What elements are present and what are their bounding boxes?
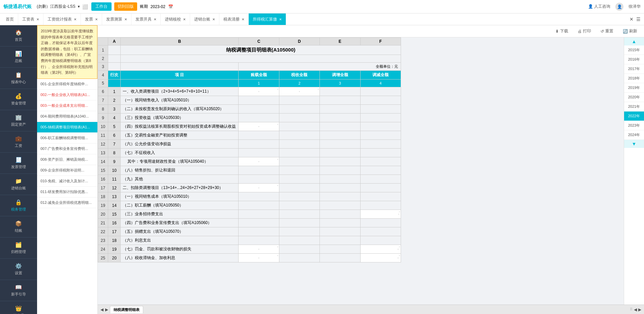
tab-invoice-close[interactable]: ✕ xyxy=(95,18,98,21)
user-name[interactable]: 徐泽华 xyxy=(628,4,641,9)
reset-button[interactable]: ↺ 重置 xyxy=(598,27,616,35)
tab-invoice-open[interactable]: 发票开具 ✕ xyxy=(131,13,161,25)
tab-inout-check[interactable]: 进销核校 ✕ xyxy=(161,13,190,25)
year-2015[interactable]: 2015年 xyxy=(624,45,644,55)
year-2016[interactable]: 2016年 xyxy=(624,55,644,64)
old-version-button[interactable]: 切到旧版 xyxy=(114,2,137,11)
tab-tax-annual[interactable]: 所得税汇算缴 ✕ xyxy=(249,13,286,25)
company-dropdown-icon[interactable]: ▼ xyxy=(77,5,81,8)
left-panel-item-003[interactable]: 003-一般企业成本支出明细... xyxy=(37,100,97,111)
sidebar-item-asset[interactable]: 🏢 固定资产 xyxy=(0,110,37,131)
left-panel-item-006[interactable]: 006-职工薪酬纳税调整明细... xyxy=(37,133,97,144)
warning-box: 2019年度涉及取以前年度继续数据的申报表单元格需要手工维护正确，才能保证本年及… xyxy=(37,25,97,79)
worktable-button[interactable]: 工作台 xyxy=(91,2,112,11)
left-panel-item-012[interactable]: 012-减免企业所得税优惠明细... xyxy=(37,197,97,208)
tab-menu-icon[interactable]: ☰ xyxy=(636,17,641,22)
sidebar-item-settings[interactable]: ⚙️ 设置 xyxy=(0,259,37,280)
sidebar-item-archive[interactable]: 🗂️ 归档管理 xyxy=(0,238,37,259)
sidebar-item-guide[interactable]: 📖 新手引导 xyxy=(0,280,37,301)
sidebar-item-asset-label: 固定资产 xyxy=(11,122,26,127)
bottom-bar: ◀ ▶ 纳税调整明细表 ⠿ ◀ ▶ xyxy=(98,305,644,314)
support-button[interactable]: 👤 人工咨询 xyxy=(588,4,610,9)
refresh-button[interactable]: 🔄 刷新 xyxy=(620,27,640,35)
table-row: 14 9 其中：专项用途财政性资金（填写A105040） * xyxy=(98,157,401,166)
sidebar: 🏠 首页 📊 总账 📋 报表中心 💰 资金管理 🏢 固定资产 💼 工资 🧾 发票… xyxy=(0,25,37,314)
tab-tax-list-close[interactable]: ✕ xyxy=(242,18,244,21)
tab-home[interactable]: 首页 xyxy=(2,13,18,25)
left-panel-item-005[interactable]: 005-纳税调整项目明细表(A1... xyxy=(37,122,97,133)
right-panel: ⬇ 下载 🖨 打印 ↺ 重置 🔄 刷新 xyxy=(98,25,644,314)
sidebar-item-report[interactable]: 📋 报表中心 xyxy=(0,68,37,89)
period-calendar-icon[interactable]: 📅 xyxy=(168,4,173,9)
refresh-label: 刷新 xyxy=(629,28,637,34)
sidebar-item-ledger[interactable]: 📊 总账 xyxy=(0,46,37,68)
top-bar: 畅捷通易代账 (勿删）江西股金-LSS ▼ ⬜ 工作台 切到旧版 账期 2023… xyxy=(0,0,644,13)
tab-salary-close[interactable]: ✕ xyxy=(36,18,39,21)
sheet-nav-right[interactable]: ▶ xyxy=(105,307,108,312)
left-panel-item-001[interactable]: 001-企业所得税年度纳税申... xyxy=(37,79,97,90)
sheet-nav-left[interactable]: ◀ xyxy=(100,307,103,312)
scroll-right-icon[interactable]: ▶ xyxy=(638,307,641,312)
sidebar-item-inout-ledger[interactable]: 📁 进销台账 xyxy=(0,174,37,195)
sidebar-item-close-accounts[interactable]: 📦 结账 xyxy=(0,216,37,238)
year-2017[interactable]: 2017年 xyxy=(624,64,644,74)
tab-salary[interactable]: 工资表 ✕ xyxy=(18,13,43,25)
tab-tax-list[interactable]: 税表清册 ✕ xyxy=(219,13,249,25)
tab-salary-report[interactable]: 工资统计报表 ✕ xyxy=(43,13,81,25)
refresh-icon: 🔄 xyxy=(623,29,628,34)
year-2024[interactable]: 2024年 xyxy=(624,130,644,140)
left-panel-item-008[interactable]: 008-资产折旧、摊销及纳税... xyxy=(37,154,97,165)
table-row: 24 19 （七）罚金、罚款和被没收财物的损失 * * xyxy=(98,245,401,254)
print-button[interactable]: 🖨 打印 xyxy=(575,27,594,35)
tab-inout-check-close[interactable]: ✕ xyxy=(183,18,186,21)
left-panel-item-009[interactable]: 009-企业所得税附补说明... xyxy=(37,165,97,176)
left-panel-item-010[interactable]: 010-免税、减计收入及加计... xyxy=(37,176,97,187)
tab-invoice-open-close[interactable]: ✕ xyxy=(154,18,156,21)
scroll-left-icon[interactable]: ◀ xyxy=(634,307,637,312)
tab-tax-annual-close[interactable]: ✕ xyxy=(279,18,282,21)
sidebar-item-invoice-mgmt[interactable]: 🧾 发票管理 xyxy=(0,153,37,174)
tab-inout-ledger-close[interactable]: ✕ xyxy=(212,18,215,21)
year-nav-down[interactable]: ▼ xyxy=(624,140,644,148)
sidebar-item-fund-label: 资金管理 xyxy=(11,101,26,106)
year-2018[interactable]: 2018年 xyxy=(624,74,644,83)
year-2023[interactable]: 2023年 xyxy=(624,121,644,130)
year-2021[interactable]: 2021年 xyxy=(624,102,644,112)
tab-invoice[interactable]: 发票 ✕ xyxy=(81,13,102,25)
table-row: 15 10 （八）销售折扣、折让和退回 xyxy=(98,166,401,175)
tab-invoice-calc[interactable]: 发票测算 ✕ xyxy=(102,13,131,25)
tab-salary-report-close[interactable]: ✕ xyxy=(74,18,76,21)
tab-bar: 首页 工资表 ✕ 工资统计报表 ✕ 发票 ✕ 发票测算 ✕ 发票开具 ✕ 进销核… xyxy=(0,13,644,25)
toolbar: ⬇ 下载 🖨 打印 ↺ 重置 🔄 刷新 xyxy=(98,25,644,37)
tab-inout-ledger[interactable]: 进销台账 ✕ xyxy=(190,13,219,25)
sidebar-item-tax[interactable]: 🔒 税务管理 xyxy=(0,195,37,216)
year-nav-up[interactable]: ▲ xyxy=(624,37,644,45)
sidebar-item-member[interactable]: 👑 畅会员 xyxy=(0,301,37,314)
sidebar-item-report-label: 报表中心 xyxy=(11,80,26,85)
salary-icon: 💼 xyxy=(15,135,22,142)
user-avatar[interactable]: 👤 xyxy=(615,3,623,11)
year-panel: ▲ 2015年 2016年 2017年 2018年 2019年 2020年 20… xyxy=(624,37,644,305)
table-row: 10 5 （四）按权益法核算长期股权投资对初始投资成本调整确认收益 * xyxy=(98,122,401,131)
year-2022[interactable]: 2022年 xyxy=(624,112,644,121)
bottom-tab-main[interactable]: 纳税调整明细表 xyxy=(110,306,143,313)
sidebar-item-salary[interactable]: 💼 工资 xyxy=(0,131,37,153)
tab-invoice-calc-close[interactable]: ✕ xyxy=(124,18,127,21)
copy-icon[interactable]: ⬜ xyxy=(82,4,88,9)
year-2019[interactable]: 2019年 xyxy=(624,83,644,93)
left-panel-item-007[interactable]: 007-广告费和业务宣传费明... xyxy=(37,144,97,154)
download-button[interactable]: ⬇ 下载 xyxy=(553,27,571,35)
tab-close-all-icon[interactable]: ✕ xyxy=(630,17,634,22)
spreadsheet-main[interactable]: A B C D E F 1 纳税调整项目明细表(A105000) xyxy=(98,37,624,305)
sidebar-item-fund[interactable]: 💰 资金管理 xyxy=(0,89,37,110)
left-panel-item-011[interactable]: 011-研发费用加计扣除优惠... xyxy=(37,187,97,197)
sidebar-item-home[interactable]: 🏠 首页 xyxy=(0,25,37,46)
inout-ledger-icon: 📁 xyxy=(15,178,22,184)
tab-bar-end: ✕ ☰ xyxy=(630,17,642,22)
report-icon: 📋 xyxy=(15,72,22,78)
left-panel-item-002[interactable]: 002-一般企业收入明细表(A1... xyxy=(37,90,97,100)
year-2020[interactable]: 2020年 xyxy=(624,93,644,102)
left-panel-item-004[interactable]: 004-期间费用明细表(A1040... xyxy=(37,111,97,122)
reset-label: 重置 xyxy=(605,28,613,34)
company-selector[interactable]: (勿删）江西股金-LSS ▼ ⬜ xyxy=(37,4,88,9)
